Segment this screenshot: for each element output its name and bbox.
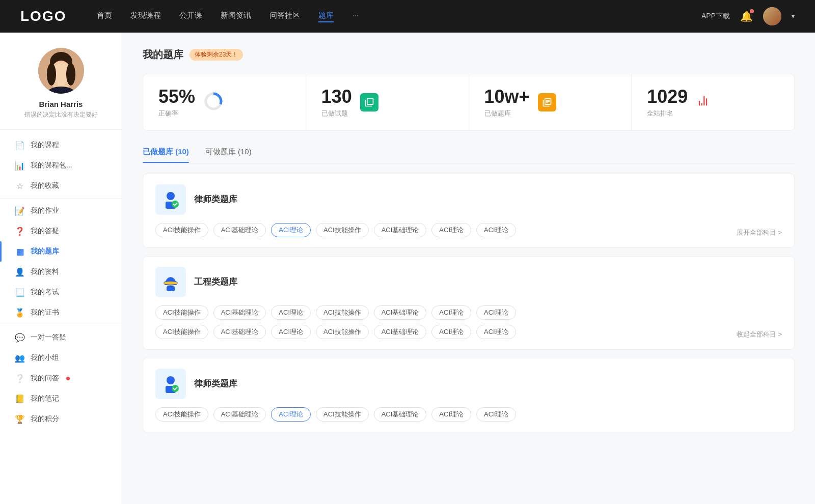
sidebar-item-homework[interactable]: 📝 我的作业 (0, 201, 122, 221)
menu-label: 我的课程包... (31, 161, 72, 170)
tag[interactable]: ACI技能操作 (155, 407, 208, 422)
sidebar-item-points[interactable]: 🏆 我的积分 (0, 409, 122, 429)
nav-more[interactable]: ··· (352, 11, 359, 22)
bar-chart-icon: 📊 (15, 161, 24, 170)
tag[interactable]: ACI理论 (476, 223, 516, 237)
svg-point-11 (167, 192, 175, 200)
tag[interactable]: ACI理论 (431, 407, 471, 422)
sidebar-item-favorites[interactable]: ☆ 我的收藏 (0, 176, 122, 196)
tag[interactable]: ACI理论 (271, 305, 311, 320)
nav-home[interactable]: 首页 (97, 11, 112, 22)
question-circle-icon: ❓ (15, 227, 24, 236)
tag[interactable]: ACI技能操作 (155, 305, 208, 320)
sidebar-item-notes[interactable]: 📒 我的笔记 (0, 388, 122, 409)
stat-done-banks: 10w+ 已做题库 (469, 74, 632, 130)
menu-label: 我的笔记 (31, 394, 59, 403)
sidebar-divider-1 (0, 198, 122, 199)
menu-label: 我的题库 (31, 247, 59, 256)
notification-bell[interactable]: 🔔 (740, 10, 753, 22)
card-header: 工程类题库 (155, 267, 782, 297)
sidebar-item-questions[interactable]: ❔ 我的问答 (0, 368, 122, 388)
unread-dot (66, 377, 70, 380)
tag-active[interactable]: ACI理论 (271, 223, 311, 237)
tag[interactable]: ACI理论 (431, 325, 471, 339)
grid-icon: ▦ (15, 247, 24, 256)
card-icon-lawyer (155, 184, 186, 215)
menu-label: 我的作业 (31, 206, 59, 215)
tag[interactable]: ACI理论 (271, 325, 311, 339)
svg-point-5 (47, 63, 56, 86)
tag[interactable]: ACI理论 (431, 305, 471, 320)
profile-name: Brian Harris (39, 100, 83, 108)
nav-opencourse[interactable]: 公开课 (179, 11, 202, 22)
tag[interactable]: ACI基础理论 (213, 325, 266, 339)
navbar: LOGO 首页 发现课程 公开课 新闻资讯 问答社区 题库 ··· APP下载 … (0, 0, 815, 33)
tab-done-banks[interactable]: 已做题库 (10) (143, 143, 189, 163)
sidebar-item-group[interactable]: 👥 我的小组 (0, 348, 122, 368)
card-title-engineer: 工程类题库 (194, 276, 237, 288)
user-dropdown-arrow[interactable]: ▾ (792, 13, 795, 20)
sidebar-menu: 📄 我的课程 📊 我的课程包... ☆ 我的收藏 📝 我的作业 ❓ 我的答疑 ▦ (0, 130, 122, 434)
tag[interactable]: ACI理论 (476, 325, 516, 339)
tag-active[interactable]: ACI理论 (271, 407, 311, 422)
sidebar-item-course-package[interactable]: 📊 我的课程包... (0, 155, 122, 176)
user-avatar-nav[interactable] (763, 7, 781, 25)
star-icon: ☆ (15, 181, 24, 190)
tag[interactable]: ACI理论 (476, 407, 516, 422)
profile-motto: 错误的决定比没有决定要好 (24, 110, 98, 119)
tag[interactable]: ACI基础理论 (374, 325, 427, 339)
stat-number-accuracy: 55% (158, 87, 195, 107)
help-icon: ❔ (15, 374, 24, 383)
stat-label-rank: 全站排名 (647, 109, 688, 118)
svg-point-16 (164, 282, 178, 285)
app-download[interactable]: APP下载 (701, 12, 730, 21)
sidebar-item-qbank[interactable]: ▦ 我的题库 (0, 241, 122, 262)
sidebar-divider-2 (0, 325, 122, 325)
tag[interactable]: ACI技能操作 (316, 305, 369, 320)
nav-links: 首页 发现课程 公开课 新闻资讯 问答社区 题库 ··· (97, 11, 701, 22)
stat-label-done: 已做试题 (321, 109, 352, 118)
nav-discover[interactable]: 发现课程 (130, 11, 161, 22)
tab-available-banks[interactable]: 可做题库 (10) (205, 143, 252, 163)
expand-link-lawyer-1[interactable]: 展开全部科目 > (737, 228, 782, 237)
tag[interactable]: ACI技能操作 (316, 407, 369, 422)
bar-chart-red-icon (696, 94, 710, 111)
stat-number-banks: 10w+ (484, 87, 530, 107)
tag[interactable]: ACI基础理论 (374, 407, 427, 422)
stat-ranking: 1029 全站排名 (632, 74, 794, 130)
tag[interactable]: ACI基础理论 (374, 223, 427, 237)
collapse-link-engineer[interactable]: 收起全部科目 > (737, 330, 782, 339)
qbank-card-lawyer-1: 律师类题库 ACI技能操作 ACI基础理论 ACI理论 ACI技能操作 ACI基… (143, 174, 795, 248)
stat-text: 130 已做试题 (321, 87, 352, 118)
nav-qbank[interactable]: 题库 (318, 11, 334, 22)
card-icon-engineer (155, 267, 186, 297)
profile-section: Brian Harris 错误的决定比没有决定要好 (0, 33, 122, 130)
tag[interactable]: ACI技能操作 (155, 223, 208, 237)
tag[interactable]: ACI技能操作 (155, 325, 208, 339)
tag[interactable]: ACI基础理论 (374, 305, 427, 320)
avatar-image (763, 7, 781, 25)
tag[interactable]: ACI技能操作 (316, 325, 369, 339)
sidebar-item-certificate[interactable]: 🏅 我的证书 (0, 302, 122, 323)
tag[interactable]: ACI理论 (431, 223, 471, 237)
nav-news[interactable]: 新闻资讯 (221, 11, 251, 22)
tag[interactable]: ACI基础理论 (213, 305, 266, 320)
nav-qa[interactable]: 问答社区 (269, 11, 300, 22)
sidebar-item-exam[interactable]: 📃 我的考试 (0, 282, 122, 302)
certificate-icon: 🏅 (15, 308, 24, 317)
tag[interactable]: ACI技能操作 (316, 223, 369, 237)
tag[interactable]: ACI基础理论 (213, 223, 266, 237)
tag[interactable]: ACI理论 (476, 305, 516, 320)
sidebar-item-qa[interactable]: ❓ 我的答疑 (0, 221, 122, 241)
svg-point-18 (167, 376, 175, 384)
page-header: 我的题库 体验剩余23天！ (143, 48, 795, 62)
file-icon: 📄 (15, 141, 24, 150)
tag[interactable]: ACI基础理论 (213, 407, 266, 422)
tags-row-lawyer-1: ACI技能操作 ACI基础理论 ACI理论 ACI技能操作 ACI基础理论 AC… (155, 223, 782, 237)
menu-label: 我的考试 (31, 288, 59, 297)
sidebar-item-1on1[interactable]: 💬 一对一答疑 (0, 327, 122, 348)
sidebar-item-materials[interactable]: 👤 我的资料 (0, 262, 122, 282)
sidebar-item-courses[interactable]: 📄 我的课程 (0, 135, 122, 155)
card-title-lawyer-2: 律师类题库 (194, 378, 237, 389)
tags-row-engineer-1: ACI技能操作 ACI基础理论 ACI理论 ACI技能操作 ACI基础理论 AC… (155, 305, 782, 320)
